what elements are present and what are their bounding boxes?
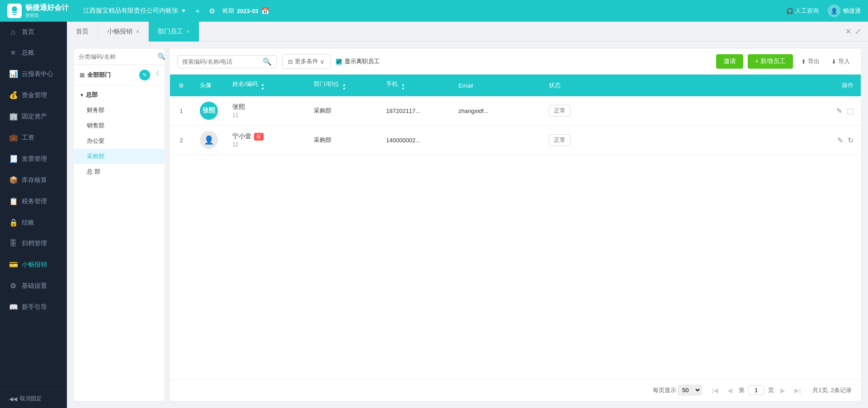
row1-name-cell: 张熙 11 — [225, 96, 307, 126]
table-header-row: ⚙ 头像 姓名/编码 ▲▼ 部门/职位 ▲▼ — [170, 75, 861, 96]
headset-icon: 🎧 — [786, 8, 793, 14]
col-name[interactable]: 姓名/编码 ▲▼ — [225, 75, 307, 96]
sidebar-label-home: 首页 — [22, 28, 34, 36]
row2-badge: 应 — [254, 133, 264, 141]
name-sort-icon: ▲▼ — [261, 83, 264, 91]
dept-node-purchase[interactable]: 采购部 — [74, 149, 165, 164]
col-status: 状态 — [542, 75, 609, 96]
tab-employees[interactable]: 部门员工 × — [149, 22, 199, 42]
row1-edit-button[interactable]: ✎ — [836, 107, 842, 115]
dept-node-sales[interactable]: 销售部 — [74, 118, 165, 133]
sidebar-item-funds[interactable]: 💰 资金管理 — [0, 84, 67, 106]
search-icon[interactable]: 🔍 — [263, 57, 272, 66]
import-label: 导入 — [838, 57, 850, 66]
maximize-window-icon[interactable]: ⤢ — [855, 27, 861, 36]
page-number-input[interactable] — [748, 385, 764, 395]
app-logo-icon — [7, 4, 22, 18]
tab-employees-close[interactable]: × — [187, 28, 190, 35]
row2-dept: 采购部 — [314, 136, 331, 143]
add-company-icon[interactable]: ＋ — [193, 5, 202, 16]
company-dropdown-icon[interactable]: ▼ — [181, 8, 186, 14]
tax-icon: 📋 — [9, 197, 17, 206]
tab-expense-close[interactable]: × — [136, 28, 139, 35]
sidebar-item-settings[interactable]: ⚙ 基础设置 — [0, 275, 67, 296]
sidebar-item-invoice[interactable]: 🧾 发票管理 — [0, 148, 67, 169]
dept-node-office[interactable]: 办公室 — [74, 133, 165, 149]
pagination-bar: 每页显示 50 100 |◀ ◀ 第 页 ▶ ▶| 共1页, 2条记录 — [170, 379, 861, 401]
sidebar-item-home[interactable]: ⌂ 首页 — [0, 22, 67, 42]
dept-search-input[interactable] — [79, 53, 155, 60]
sidebar-item-ledger[interactable]: ≡ 总账 — [0, 42, 67, 63]
tab-expense[interactable]: 小畅报销 × — [98, 22, 149, 42]
row1-logout-button[interactable]: ⬚ — [847, 107, 854, 115]
add-employee-button[interactable]: + 新增员工 — [748, 54, 793, 69]
sidebar-item-expense[interactable]: 💳 小畅报销 — [0, 254, 67, 275]
invite-button[interactable]: 邀请 — [716, 54, 743, 69]
sidebar-item-tax[interactable]: 📋 税务管理 — [0, 191, 67, 212]
sidebar-item-guide[interactable]: 📖 新手引导 — [0, 296, 67, 318]
next-page-button[interactable]: ▶ — [778, 386, 788, 395]
dept-sort-icon: ▲▼ — [342, 83, 346, 91]
row2-status-cell: 正常 — [542, 126, 609, 155]
filter-chevron-icon: ∨ — [320, 58, 325, 65]
avatar: 👤 — [828, 5, 840, 17]
show-resigned-checkbox[interactable] — [336, 59, 342, 65]
import-button[interactable]: ⬇ 导入 — [828, 55, 854, 68]
row2-refresh-button[interactable]: ↻ — [848, 136, 854, 145]
col-phone[interactable]: 手机 ▲▼ — [379, 75, 451, 96]
employee-search-input[interactable] — [182, 58, 260, 65]
row2-code: 12 — [232, 141, 299, 148]
sidebar-label-tax: 税务管理 — [22, 197, 47, 206]
row1-email-cell: zhangxidf... — [451, 96, 542, 126]
table-row: 2 👤 宁小壹 应 — [170, 126, 861, 155]
tab-home[interactable]: 首页 — [67, 22, 98, 42]
last-page-button[interactable]: ▶| — [792, 386, 804, 395]
row1-phone-cell: 187202117... — [379, 96, 451, 126]
col-dept[interactable]: 部门/职位 ▲▼ — [307, 75, 379, 96]
dept-search-icon[interactable]: 🔍 — [157, 52, 165, 61]
page-content: 🔍 ⊞ 全部部门 ✎ 《 ▼总部 财务部 — [67, 42, 868, 408]
sidebar-item-salary[interactable]: 💼 工资 — [0, 127, 67, 148]
employee-search-box: 🔍 — [177, 55, 277, 68]
row2-phone-cell: 140000002... — [379, 126, 451, 155]
dept-node-hq[interactable]: ▼总部 — [74, 87, 165, 103]
row2-edit-button[interactable]: ✎ — [837, 136, 843, 145]
sidebar-item-closing[interactable]: 🔒 结账 — [0, 212, 67, 233]
dept-node-finance[interactable]: 财务部 — [74, 103, 165, 118]
per-page-select[interactable]: 50 100 — [678, 385, 702, 395]
prev-page-button[interactable]: ◀ — [725, 386, 735, 395]
sidebar-item-archive[interactable]: 🗄 归档管理 — [0, 233, 67, 254]
svg-rect-2 — [13, 14, 16, 15]
total-info: 共1页, 2条记录 — [812, 386, 852, 394]
sidebar-item-reports[interactable]: 📊 云报表中心 — [0, 63, 67, 84]
employee-table: ⚙ 头像 姓名/编码 ▲▼ 部门/职位 ▲▼ — [170, 75, 861, 155]
dept-node-hq2[interactable]: 总 部 — [74, 164, 165, 179]
user-area[interactable]: 👤 畅捷通 — [828, 5, 861, 17]
close-window-icon[interactable]: ✕ — [845, 27, 851, 36]
tab-home-label: 首页 — [76, 28, 89, 36]
support-button[interactable]: 🎧 人工咨询 — [786, 7, 819, 15]
toolbar-right: 邀请 + 新增员工 ⬆ 导出 ⬇ 导入 — [716, 54, 854, 69]
base-settings-icon: ⚙ — [9, 281, 17, 290]
tab-bar: 首页 小畅报销 × 部门员工 × ✕ ⤢ — [67, 22, 868, 42]
assets-icon: 🏢 — [9, 112, 17, 121]
settings-icon[interactable]: ⚙ — [209, 7, 215, 15]
calendar-icon[interactable]: 📅 — [261, 7, 269, 14]
export-button[interactable]: ⬆ 导出 — [797, 55, 823, 68]
dept-collapse-icon[interactable]: 《 — [153, 70, 159, 80]
dept-add-button[interactable]: ✎ — [139, 70, 150, 80]
phone-sort-icon: ▲▼ — [401, 83, 405, 91]
inventory-icon: 📦 — [9, 176, 17, 184]
per-page-select-area: 每页显示 50 100 — [653, 385, 702, 395]
filter-button[interactable]: ⊟ 更多条件 ∨ — [282, 54, 330, 69]
row1-status-cell: 正常 — [542, 96, 609, 126]
col-settings[interactable]: ⚙ — [170, 75, 193, 96]
cancel-fixed-button[interactable]: ◀◀ 取消固定 — [0, 389, 67, 408]
sidebar-item-inventory[interactable]: 📦 库存核算 — [0, 169, 67, 191]
sidebar-label-closing: 结账 — [22, 219, 34, 227]
sidebar-item-assets[interactable]: 🏢 固定资产 — [0, 106, 67, 127]
first-page-button[interactable]: |◀ — [709, 386, 721, 395]
row1-avatar: 张熙 — [200, 102, 218, 120]
sidebar-label-salary: 工资 — [22, 134, 34, 142]
all-dept-label: 全部部门 — [87, 71, 111, 79]
